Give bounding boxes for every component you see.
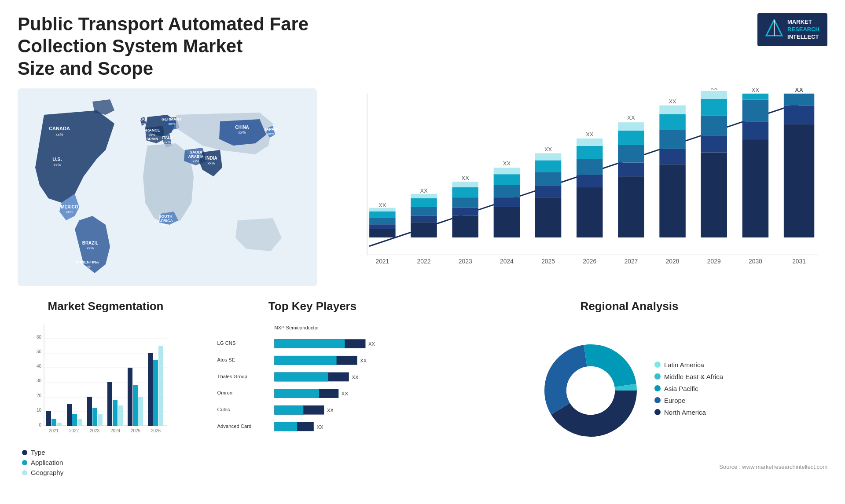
svg-rect-128 <box>46 411 51 426</box>
svg-rect-102 <box>742 139 768 237</box>
svg-rect-82 <box>618 163 644 177</box>
svg-text:ARABIA: ARABIA <box>188 154 204 159</box>
regional-chart: Latin America Middle East & Africa Asia … <box>431 320 827 461</box>
svg-rect-136 <box>87 397 92 426</box>
legend-europe: Europe <box>654 397 723 404</box>
top-section: CANADA xx% U.S. xx% MEXICO xx% BRAZIL xx… <box>18 88 827 286</box>
svg-rect-48 <box>411 207 437 216</box>
svg-rect-138 <box>98 414 103 426</box>
legend-mea: Middle East & Africa <box>654 373 723 380</box>
svg-text:BRAZIL: BRAZIL <box>82 241 99 245</box>
svg-text:GERMANY: GERMANY <box>162 117 182 121</box>
svg-text:2023: 2023 <box>90 428 100 433</box>
svg-rect-62 <box>494 185 520 197</box>
svg-text:SOUTH: SOUTH <box>158 214 173 219</box>
source-text: Source : www.marketresearchintellect.com <box>431 464 827 470</box>
svg-text:xx%: xx% <box>148 133 155 137</box>
logo-icon <box>765 19 783 40</box>
svg-rect-85 <box>618 122 644 131</box>
svg-rect-75 <box>577 175 603 187</box>
svg-text:0: 0 <box>39 423 41 427</box>
svg-text:XX: XX <box>503 161 511 167</box>
world-map-svg: CANADA xx% U.S. xx% MEXICO xx% BRAZIL xx… <box>18 88 317 286</box>
players-title: Top Key Players <box>202 299 422 313</box>
svg-rect-64 <box>494 168 520 174</box>
regional-donut-svg <box>536 336 646 446</box>
svg-text:XX: XX <box>710 88 718 91</box>
svg-text:xx%: xx% <box>149 142 155 146</box>
page-title: Public Transport Automated Fare Collecti… <box>18 13 392 80</box>
segmentation-chart: 0 10 20 30 40 50 60 2021 <box>18 320 194 443</box>
svg-text:SPAIN: SPAIN <box>147 137 158 141</box>
map-container: CANADA xx% U.S. xx% MEXICO xx% BRAZIL xx… <box>18 88 317 286</box>
svg-rect-49 <box>411 198 437 207</box>
logo-box: MARKET RESEARCH INTELLECT <box>757 13 827 46</box>
svg-text:2030: 2030 <box>749 258 762 265</box>
logo-text: MARKET RESEARCH INTELLECT <box>787 18 819 41</box>
growth-bar-chart: XX 2021 XX 2022 XX 2023 <box>326 88 827 278</box>
svg-rect-148 <box>148 353 153 426</box>
svg-rect-96 <box>701 136 727 153</box>
svg-text:2023: 2023 <box>459 258 472 265</box>
svg-text:xx%: xx% <box>84 265 90 269</box>
legend-north-america: North America <box>654 409 723 416</box>
svg-text:CHINA: CHINA <box>235 125 249 130</box>
segmentation-container: Market Segmentation 0 10 20 30 40 50 60 <box>18 299 194 484</box>
svg-text:2022: 2022 <box>69 428 79 433</box>
svg-text:XX: XX <box>627 114 635 121</box>
svg-rect-133 <box>72 414 77 426</box>
svg-text:MEXICO: MEXICO <box>61 205 78 209</box>
svg-rect-40 <box>369 224 395 229</box>
svg-rect-141 <box>113 400 118 426</box>
segmentation-legend: Type Application Geography <box>18 449 194 476</box>
logo-area: MARKET RESEARCH INTELLECT <box>757 13 827 46</box>
svg-rect-95 <box>701 153 727 237</box>
svg-rect-43 <box>369 208 395 212</box>
svg-text:xx%: xx% <box>168 122 175 126</box>
svg-text:XX: XX <box>327 408 334 413</box>
svg-text:2031: 2031 <box>792 258 806 265</box>
svg-rect-53 <box>452 216 478 238</box>
svg-text:xx%: xx% <box>86 246 94 250</box>
svg-rect-63 <box>494 174 520 185</box>
svg-rect-76 <box>577 159 603 175</box>
svg-rect-60 <box>494 207 520 237</box>
svg-text:xx%: xx% <box>139 122 145 126</box>
svg-rect-140 <box>107 382 112 426</box>
svg-text:XX: XX <box>752 88 760 93</box>
svg-text:CANADA: CANADA <box>49 126 70 131</box>
svg-text:NXP Semiconductor: NXP Semiconductor <box>274 325 319 330</box>
svg-rect-129 <box>51 419 56 426</box>
segmentation-title: Market Segmentation <box>18 299 194 313</box>
svg-text:xx%: xx% <box>267 132 274 136</box>
svg-text:XX: XX <box>586 131 594 138</box>
svg-rect-88 <box>659 164 685 238</box>
svg-rect-92 <box>659 106 685 114</box>
svg-rect-134 <box>77 419 82 426</box>
legend-latin-america: Latin America <box>654 361 723 369</box>
legend-type: Type <box>22 449 194 456</box>
svg-rect-61 <box>494 197 520 207</box>
bottom-section: Market Segmentation 0 10 20 30 40 50 60 <box>18 299 827 484</box>
svg-rect-97 <box>701 116 727 136</box>
svg-text:XX: XX <box>544 146 552 153</box>
svg-rect-110 <box>784 94 814 106</box>
svg-rect-69 <box>535 172 561 186</box>
svg-rect-149 <box>153 360 158 426</box>
svg-text:2021: 2021 <box>49 428 59 433</box>
svg-text:xx%: xx% <box>192 159 199 163</box>
svg-text:ITALY: ITALY <box>162 135 173 140</box>
svg-rect-130 <box>57 423 62 426</box>
svg-text:xx%: xx% <box>207 161 215 165</box>
svg-rect-70 <box>535 161 561 172</box>
svg-text:xx%: xx% <box>162 223 169 227</box>
svg-rect-132 <box>67 404 72 426</box>
svg-text:XX: XX <box>352 375 359 380</box>
svg-text:30: 30 <box>37 378 42 383</box>
svg-rect-90 <box>659 130 685 149</box>
svg-rect-78 <box>577 139 603 146</box>
svg-rect-98 <box>701 99 727 116</box>
svg-text:10: 10 <box>37 408 42 413</box>
svg-rect-84 <box>618 131 644 145</box>
svg-rect-175 <box>274 422 297 431</box>
